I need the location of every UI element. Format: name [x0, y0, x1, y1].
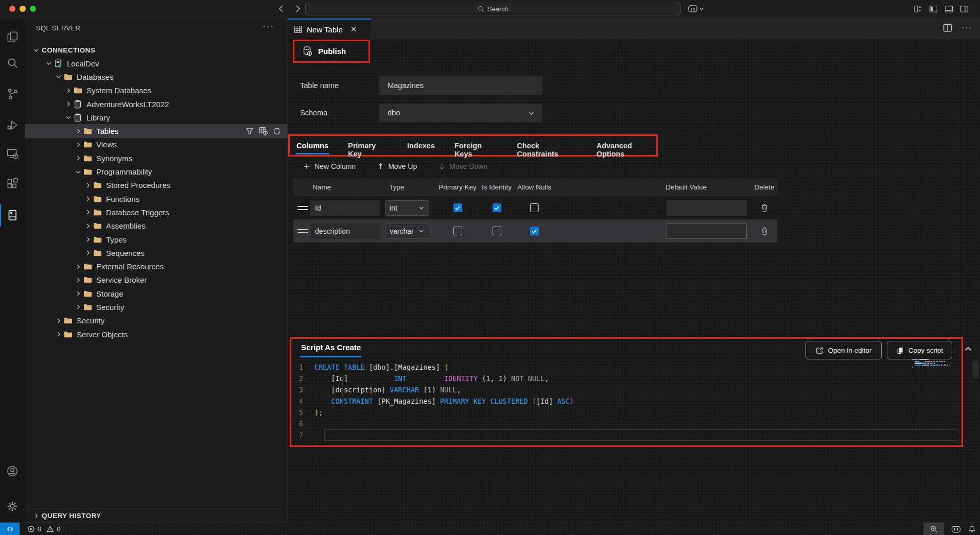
- folder-icon: [83, 303, 96, 311]
- close-tab-icon[interactable]: ✕: [351, 25, 357, 34]
- refresh-icon[interactable]: [273, 127, 281, 135]
- column-type-dropdown[interactable]: int: [385, 200, 429, 216]
- search-icon[interactable]: [0, 51, 25, 76]
- move-up-button[interactable]: Move Up: [377, 162, 417, 170]
- allow-nulls-checkbox[interactable]: [530, 203, 539, 212]
- copilot-menu-icon[interactable]: [688, 5, 704, 13]
- table-name-input[interactable]: Magazines: [379, 76, 542, 95]
- tree-item-server-objects[interactable]: Server Objects: [25, 327, 287, 341]
- command-center-search[interactable]: Search: [305, 3, 681, 15]
- problems-status[interactable]: 0 0: [27, 525, 60, 533]
- tree-item-external-resources[interactable]: External Resources: [25, 260, 287, 273]
- explorer-icon[interactable]: [0, 25, 25, 49]
- tree-item-security[interactable]: Security: [25, 314, 287, 327]
- scrollbar-thumb[interactable]: [972, 360, 979, 378]
- source-control-icon[interactable]: [0, 81, 25, 106]
- tree-item-databases[interactable]: Databases: [25, 70, 287, 83]
- copy-script-button[interactable]: Copy script: [887, 341, 952, 359]
- tree-item-label: System Databases: [86, 86, 151, 95]
- column-name-input[interactable]: Id: [310, 200, 380, 216]
- new-column-button[interactable]: New Column: [303, 162, 356, 170]
- connections-section-header[interactable]: CONNECTIONS: [25, 43, 287, 57]
- notifications-bell-icon[interactable]: [968, 525, 976, 533]
- designer-tab-primary-key[interactable]: Primary Key: [348, 142, 388, 163]
- designer-tab-columns[interactable]: Columns: [296, 142, 328, 154]
- tree-item-assemblies[interactable]: Assemblies: [25, 219, 287, 233]
- designer-tab-foreign-keys[interactable]: Foreign Keys: [454, 142, 497, 163]
- split-editor-icon[interactable]: [943, 23, 952, 32]
- minimize-window-button[interactable]: [20, 6, 26, 12]
- tree-item-library[interactable]: Library: [25, 111, 287, 124]
- column-type-dropdown[interactable]: varchar: [385, 223, 429, 239]
- default-value-input[interactable]: [667, 200, 747, 216]
- column-header-delete: Delete: [751, 183, 777, 191]
- zoom-status-button[interactable]: [923, 523, 944, 535]
- tree-item-storage[interactable]: Storage: [25, 287, 287, 300]
- code-token: CREATE TABLE: [314, 363, 365, 371]
- allow-nulls-checkbox[interactable]: [530, 227, 539, 235]
- close-window-button[interactable]: [9, 6, 15, 12]
- copilot-status-icon[interactable]: [951, 526, 961, 533]
- tree-item-database-triggers[interactable]: Database Triggers: [25, 205, 287, 219]
- tree-item-system-databases[interactable]: System Databases: [25, 84, 287, 97]
- tree-item-sequences[interactable]: Sequences: [25, 246, 287, 260]
- tree-item-tables[interactable]: Tables: [25, 124, 287, 137]
- script-as-create-tab[interactable]: Script As Create: [301, 343, 361, 352]
- customize-layout-icon[interactable]: [914, 5, 922, 13]
- tree-item-types[interactable]: Types: [25, 233, 287, 246]
- chevron-right-icon: [84, 236, 93, 243]
- tree-item-service-broker[interactable]: Service Broker: [25, 273, 287, 287]
- tree-item-functions[interactable]: Functions: [25, 192, 287, 205]
- drag-handle[interactable]: [293, 204, 310, 212]
- is-identity-checkbox[interactable]: [493, 203, 501, 212]
- chevron-right-icon: [84, 222, 93, 230]
- sidebar-more-actions-icon[interactable]: ···: [262, 22, 274, 32]
- tree-item-security[interactable]: Security: [25, 300, 287, 314]
- schema-dropdown[interactable]: dbo: [379, 103, 542, 122]
- tree-item-adventureworkslt2022[interactable]: AdventureWorksLT2022: [25, 97, 287, 111]
- tree-item-stored-procedures[interactable]: Stored Procedures: [25, 179, 287, 192]
- remote-explorer-icon[interactable]: [0, 141, 25, 166]
- primary-key-checkbox[interactable]: [453, 227, 462, 235]
- tree-item-label: Library: [86, 113, 110, 122]
- remote-indicator[interactable]: [0, 523, 20, 535]
- primary-key-checkbox[interactable]: [453, 203, 462, 212]
- delete-row-icon[interactable]: [760, 203, 769, 213]
- minimap[interactable]: [912, 359, 950, 368]
- navigate-back-icon[interactable]: [276, 4, 286, 14]
- is-identity-checkbox[interactable]: [493, 227, 501, 235]
- more-actions-icon[interactable]: ···: [961, 23, 973, 32]
- tree-item-synonyms[interactable]: Synonyms: [25, 151, 287, 165]
- collapse-panel-chevron-icon[interactable]: [963, 344, 973, 354]
- tree-item-views[interactable]: Views: [25, 138, 287, 151]
- drag-handle[interactable]: [293, 227, 310, 235]
- open-in-editor-button[interactable]: Open in editor: [806, 341, 882, 359]
- default-value-input[interactable]: [667, 223, 747, 239]
- filter-icon[interactable]: [246, 127, 254, 135]
- maximize-window-button[interactable]: [30, 6, 36, 12]
- toggle-primary-sidebar-icon[interactable]: [929, 5, 938, 13]
- run-debug-icon[interactable]: [0, 113, 25, 137]
- tree-item-localdev[interactable]: LocalDev: [25, 57, 287, 70]
- designer-tab-advanced-options[interactable]: Advanced Options: [597, 142, 656, 163]
- designer-tab-check-constraints[interactable]: Check Constraints: [517, 142, 576, 163]
- accounts-icon[interactable]: [0, 459, 25, 484]
- navigate-forward-icon[interactable]: [293, 4, 303, 14]
- extensions-icon[interactable]: [0, 171, 25, 196]
- tree-item-actions: [246, 124, 281, 137]
- column-name-input[interactable]: description: [310, 223, 380, 239]
- delete-row-icon[interactable]: [760, 227, 769, 236]
- toggle-panel-icon[interactable]: [944, 5, 953, 13]
- minimap-indent: [920, 361, 924, 362]
- query-history-section-header[interactable]: QUERY HISTORY: [25, 508, 287, 523]
- script-code-editor[interactable]: 1CREATE TABLE [dbo].[Magazines] (2 [Id] …: [288, 361, 972, 441]
- settings-icon[interactable]: [0, 494, 25, 519]
- code-token: 1: [427, 386, 431, 394]
- tree-item-programmability[interactable]: Programmability: [25, 165, 287, 178]
- designer-tab-indexes[interactable]: Indexes: [407, 142, 435, 154]
- tab-new-table[interactable]: New Table ✕: [288, 19, 371, 39]
- sql-server-icon[interactable]: [0, 203, 25, 228]
- toggle-secondary-sidebar-icon[interactable]: [960, 5, 969, 13]
- publish-button[interactable]: Publish: [302, 45, 346, 57]
- new-table-icon[interactable]: [259, 127, 268, 135]
